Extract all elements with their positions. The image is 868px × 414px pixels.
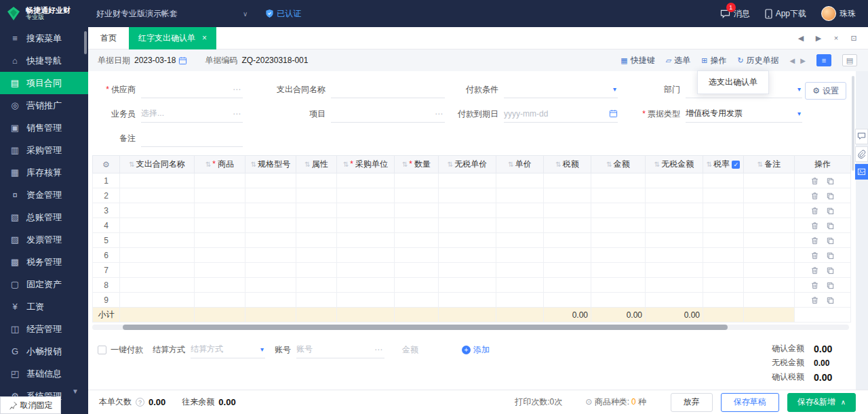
table-cell[interactable] bbox=[337, 263, 395, 278]
sidebar-item-invoice[interactable]: ▨发票管理 bbox=[0, 228, 88, 251]
close-tab-icon[interactable]: × bbox=[202, 33, 207, 43]
copy-row-icon[interactable] bbox=[826, 236, 835, 245]
table-cell[interactable] bbox=[591, 248, 646, 263]
sidebar-item-contract[interactable]: ▤项目合同 bbox=[0, 72, 88, 94]
table-cell[interactable] bbox=[245, 248, 296, 263]
table-cell[interactable] bbox=[703, 203, 744, 218]
table-cell[interactable] bbox=[395, 188, 439, 203]
copy-row-icon[interactable] bbox=[826, 296, 835, 305]
table-cell[interactable] bbox=[703, 293, 744, 308]
table-cell[interactable] bbox=[195, 263, 245, 278]
delete-row-icon[interactable] bbox=[810, 236, 819, 245]
table-cell[interactable] bbox=[744, 278, 795, 293]
calendar-icon[interactable] bbox=[178, 56, 187, 65]
supplier-input[interactable]: ⋯ bbox=[141, 81, 243, 98]
tab-home[interactable]: 首页 bbox=[88, 33, 129, 44]
table-cell[interactable] bbox=[439, 203, 496, 218]
salesman-input[interactable]: 选择... ⋯ bbox=[141, 105, 243, 123]
table-cell[interactable] bbox=[296, 278, 337, 293]
delete-row-icon[interactable] bbox=[810, 296, 819, 305]
table-cell[interactable] bbox=[591, 233, 646, 248]
sidebar-item-operation[interactable]: ◫经营管理 bbox=[0, 318, 88, 340]
table-cell[interactable] bbox=[439, 278, 496, 293]
sidebar-item-basic[interactable]: ◰基础信息 bbox=[0, 363, 88, 385]
column-header[interactable]: ⇅单价 bbox=[496, 156, 544, 173]
table-cell[interactable] bbox=[744, 188, 795, 203]
sort-icon[interactable]: ⇅ bbox=[606, 161, 612, 168]
column-header[interactable]: ⇅*商品 bbox=[195, 156, 245, 173]
table-cell[interactable] bbox=[703, 278, 744, 293]
sidebar-item-nav[interactable]: ⌂快捷导航 bbox=[0, 49, 88, 72]
table-cell[interactable] bbox=[496, 218, 544, 233]
info-icon[interactable]: ? bbox=[136, 398, 144, 407]
table-cell[interactable] bbox=[337, 233, 395, 248]
user-menu[interactable]: 珠珠 bbox=[821, 6, 856, 21]
copy-row-icon[interactable] bbox=[826, 177, 835, 186]
table-cell[interactable] bbox=[337, 293, 395, 308]
table-cell[interactable] bbox=[296, 218, 337, 233]
table-cell[interactable] bbox=[744, 293, 795, 308]
copy-row-icon[interactable] bbox=[826, 251, 835, 260]
sidebar-item-tax[interactable]: ▩税务管理 bbox=[0, 251, 88, 273]
horizontal-scrollbar-thumb[interactable] bbox=[123, 325, 728, 330]
table-cell[interactable] bbox=[245, 188, 296, 203]
table-cell[interactable] bbox=[646, 263, 703, 278]
table-cell[interactable] bbox=[703, 173, 744, 188]
amount-input[interactable]: 金额 bbox=[402, 341, 450, 358]
table-cell[interactable] bbox=[646, 248, 703, 263]
fullscreen-icon[interactable]: ⊡ bbox=[846, 30, 861, 45]
delete-row-icon[interactable] bbox=[810, 266, 819, 275]
table-cell[interactable] bbox=[337, 188, 395, 203]
table-cell[interactable] bbox=[195, 218, 245, 233]
sidebar-item-assets[interactable]: ▢固定资产 bbox=[0, 273, 88, 295]
sort-icon[interactable]: ⇅ bbox=[402, 161, 408, 168]
delete-row-icon[interactable] bbox=[810, 251, 819, 260]
table-cell[interactable] bbox=[591, 188, 646, 203]
app-download-button[interactable]: App下载 bbox=[765, 8, 806, 20]
sort-icon[interactable]: ⇅ bbox=[555, 161, 561, 168]
table-cell[interactable] bbox=[195, 203, 245, 218]
table-cell[interactable] bbox=[591, 278, 646, 293]
sort-icon[interactable]: ⇅ bbox=[508, 161, 513, 168]
table-cell[interactable] bbox=[245, 203, 296, 218]
table-cell[interactable] bbox=[296, 203, 337, 218]
column-header[interactable]: ⇅无税单价 bbox=[439, 156, 496, 173]
account-set-dropdown[interactable]: 好业财专业版演示帐套 ∨ bbox=[96, 8, 248, 20]
tab-scroll-left-icon[interactable]: ◀ bbox=[793, 30, 808, 45]
view-toggle-list-icon[interactable]: ≡ bbox=[816, 54, 831, 66]
table-cell[interactable] bbox=[544, 233, 591, 248]
add-payment-button[interactable]: + 添加 bbox=[462, 344, 490, 356]
view-toggle-detail-icon[interactable]: ▤ bbox=[842, 54, 857, 66]
table-cell[interactable] bbox=[496, 203, 544, 218]
unpin-sidebar-button[interactable]: 取消固定 bbox=[0, 396, 61, 414]
sidebar-item-ledger[interactable]: ▧总账管理 bbox=[0, 206, 88, 228]
table-cell[interactable] bbox=[120, 218, 195, 233]
table-cell[interactable] bbox=[120, 293, 195, 308]
chat-tool-button[interactable] bbox=[855, 129, 868, 144]
table-cell[interactable] bbox=[439, 263, 496, 278]
table-cell[interactable] bbox=[245, 293, 296, 308]
column-header[interactable]: ⇅无税金额 bbox=[646, 156, 703, 173]
table-cell[interactable] bbox=[591, 173, 646, 188]
sort-icon[interactable]: ⇅ bbox=[707, 161, 712, 168]
sort-icon[interactable]: ⇅ bbox=[448, 161, 453, 168]
ellipsis-icon[interactable]: ⋯ bbox=[435, 109, 445, 119]
table-cell[interactable] bbox=[120, 278, 195, 293]
sidebar-scrollbar[interactable] bbox=[84, 31, 87, 54]
settlement-select[interactable]: 结算方式 ▾ bbox=[191, 341, 265, 358]
table-cell[interactable] bbox=[544, 263, 591, 278]
table-cell[interactable] bbox=[591, 218, 646, 233]
table-cell[interactable] bbox=[591, 293, 646, 308]
one-click-pay-checkbox[interactable] bbox=[98, 346, 106, 354]
table-cell[interactable] bbox=[646, 173, 703, 188]
invoice-type-select[interactable]: 增值税专用发票 ▾ bbox=[686, 105, 802, 123]
column-header[interactable]: ⇅*采购单位 bbox=[337, 156, 395, 173]
table-cell[interactable] bbox=[496, 248, 544, 263]
table-cell[interactable] bbox=[646, 233, 703, 248]
table-cell[interactable] bbox=[496, 233, 544, 248]
select-expense-confirmation-menu-item[interactable]: 选支出确认单 bbox=[697, 70, 769, 94]
column-header[interactable]: ⇅属性 bbox=[296, 156, 337, 173]
doc-date-value[interactable]: 2023-03-18 bbox=[134, 56, 176, 65]
table-cell[interactable] bbox=[120, 173, 195, 188]
history-docs-button[interactable]: ↻ 历史单据 bbox=[737, 55, 778, 66]
